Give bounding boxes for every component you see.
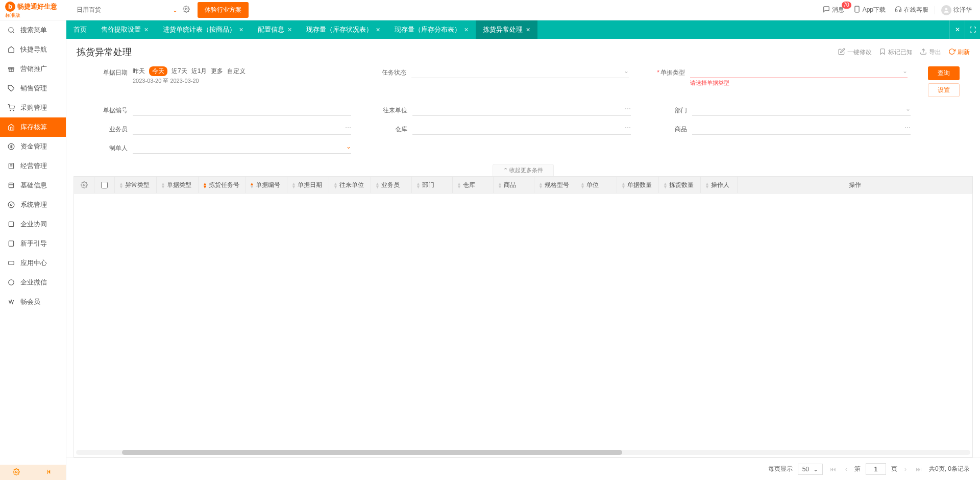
sidebar-item-basicinfo[interactable]: 基础信息 [0, 176, 66, 195]
select-all-checkbox[interactable] [94, 177, 115, 193]
doc-no-input[interactable] [133, 104, 351, 116]
horizontal-scrollbar[interactable] [76, 450, 970, 455]
export-action[interactable]: 导出 [920, 48, 941, 57]
more-icon[interactable]: ⋯ [625, 124, 631, 131]
col-label: 单位 [586, 181, 599, 189]
sidebar-item-quicknav[interactable]: 快捷导航 [0, 40, 66, 59]
sidebar-item-member[interactable]: 畅会员 [0, 292, 66, 311]
per-page-select[interactable]: 50⌄ [798, 464, 823, 475]
col-partner[interactable]: ▲▼往来单位 [329, 177, 371, 193]
page-prev[interactable]: ‹ [843, 466, 849, 473]
col-unit[interactable]: ▲▼单位 [576, 177, 617, 193]
footer-gear-icon[interactable] [13, 468, 20, 477]
sidebar-item-marketing[interactable]: 营销推广 [0, 59, 66, 79]
col-doc-no[interactable]: ▲▼单据编号 [246, 177, 287, 193]
chevron-down-icon[interactable]: ⌄ [346, 143, 351, 150]
close-icon[interactable]: ✕ [144, 27, 149, 33]
doc-type-input[interactable] [690, 66, 908, 78]
sidebar-item-system[interactable]: 系统管理 [0, 195, 66, 214]
close-icon[interactable]: ✕ [376, 27, 380, 33]
org-selector[interactable]: 日用百货 ⌄ [71, 3, 178, 17]
date-quick-7days[interactable]: 近7天 [172, 67, 187, 76]
chevron-down-icon[interactable]: ⌄ [902, 67, 908, 75]
mark-known-action[interactable]: 标记已知 [879, 48, 913, 57]
sidebar-item-sales[interactable]: 销售管理 [0, 79, 66, 98]
date-quick-more[interactable]: 更多 [211, 67, 223, 76]
gear-icon[interactable] [183, 6, 190, 14]
col-dept[interactable]: ▲▼部门 [412, 177, 453, 193]
page-next[interactable]: › [902, 466, 909, 473]
user-menu[interactable]: 徐泽华 [938, 5, 975, 15]
col-sales[interactable]: ▲▼业务员 [371, 177, 412, 193]
sidebar-item-operation[interactable]: 经营管理 [0, 156, 66, 176]
partner-input[interactable] [412, 104, 631, 116]
per-page-value: 50 [802, 466, 809, 473]
col-label: 操作 [849, 181, 861, 189]
page-last[interactable]: ⏭ [914, 466, 924, 473]
tab-purchase-stats[interactable]: 进货单统计表（按商品）✕ [156, 20, 251, 39]
col-doc-type[interactable]: ▲▼单据类型 [157, 177, 199, 193]
tab-price-extract[interactable]: 售价提取设置✕ [94, 20, 156, 39]
date-quick-1month[interactable]: 近1月 [191, 67, 207, 76]
date-quick-today[interactable]: 今天 [149, 66, 167, 76]
warehouse-input[interactable] [412, 123, 631, 135]
sidebar-item-apps[interactable]: 应用中心 [0, 253, 66, 273]
industry-plan-button[interactable]: 体验行业方案 [198, 2, 249, 18]
col-operator[interactable]: ▲▼操作人 [701, 177, 738, 193]
sidebar-item-wechat[interactable]: 企业微信 [0, 273, 66, 292]
date-quick-custom[interactable]: 自定义 [227, 67, 246, 76]
sidebar-item-search[interactable]: 搜索菜单 [0, 20, 66, 40]
sidebar-item-guide[interactable]: 新手引导 [0, 234, 66, 253]
page-input[interactable] [866, 463, 886, 475]
footer-collapse-icon[interactable] [46, 468, 53, 477]
col-task-no[interactable]: ▲▼拣货任务号 [199, 177, 246, 193]
page-header: 拣货异常处理 一键修改 标记已知 导出 刷新 [66, 39, 980, 63]
tabs-fullscreen[interactable] [965, 20, 980, 39]
col-doc-qty[interactable]: ▲▼单据数量 [617, 177, 659, 193]
tab-stock-status[interactable]: 现存量（库存状况表）✕ [299, 20, 387, 39]
dept-input[interactable] [692, 104, 911, 116]
refresh-action[interactable]: 刷新 [948, 48, 970, 57]
app-download-button[interactable]: App下载 [850, 6, 889, 14]
scrollbar-thumb[interactable] [122, 450, 622, 455]
product-input[interactable] [692, 123, 911, 135]
more-icon[interactable]: ⋯ [345, 124, 351, 131]
settings-button[interactable]: 设置 [928, 83, 960, 97]
tab-stock-dist[interactable]: 现存量（库存分布表）✕ [387, 20, 476, 39]
col-pick-qty[interactable]: ▲▼拣货数量 [659, 177, 701, 193]
chevron-down-icon[interactable]: ⌄ [905, 105, 911, 112]
table-settings[interactable] [74, 177, 94, 193]
sales-input[interactable] [133, 123, 351, 135]
online-service-button[interactable]: 在线客服 [892, 6, 932, 14]
messages-button[interactable]: 消息 70 [820, 6, 847, 14]
date-quick-yesterday[interactable]: 昨天 [133, 67, 145, 76]
close-icon[interactable]: ✕ [239, 27, 243, 33]
sidebar-item-finance[interactable]: 资金管理 [0, 137, 66, 156]
query-button[interactable]: 查询 [928, 66, 960, 80]
tab-home[interactable]: 首页 [66, 20, 94, 39]
creator-input[interactable] [133, 142, 351, 154]
sidebar-item-inventory[interactable]: 库存核算 [0, 117, 66, 137]
col-spec[interactable]: ▲▼规格型号 [534, 177, 576, 193]
more-icon[interactable]: ⋯ [625, 105, 631, 112]
collapse-filters[interactable]: ⌃ 收起更多条件 [493, 164, 554, 176]
svg-point-4 [9, 28, 13, 32]
close-icon[interactable]: ✕ [526, 27, 530, 33]
task-status-input[interactable] [411, 66, 629, 78]
close-icon[interactable]: ✕ [287, 27, 292, 33]
col-product[interactable]: ▲▼商品 [494, 177, 534, 193]
sidebar-item-purchase[interactable]: 采购管理 [0, 98, 66, 117]
close-icon[interactable]: ✕ [464, 27, 469, 33]
batch-edit-action[interactable]: 一键修改 [838, 48, 872, 57]
tab-config[interactable]: 配置信息✕ [251, 20, 299, 39]
col-label: 商品 [504, 181, 516, 189]
col-warehouse[interactable]: ▲▼仓库 [453, 177, 494, 193]
col-exception-type[interactable]: ▲▼异常类型 [115, 177, 157, 193]
sidebar-item-collab[interactable]: 企业协同 [0, 214, 66, 234]
col-doc-date[interactable]: ▲▼单据日期 [287, 177, 329, 193]
page-first[interactable]: ⏮ [828, 466, 838, 473]
tab-picking-exception[interactable]: 拣货异常处理✕ [476, 20, 537, 39]
tabs-close-all[interactable]: ✕ [949, 20, 965, 39]
chevron-down-icon[interactable]: ⌄ [624, 67, 629, 75]
more-icon[interactable]: ⋯ [904, 124, 911, 131]
